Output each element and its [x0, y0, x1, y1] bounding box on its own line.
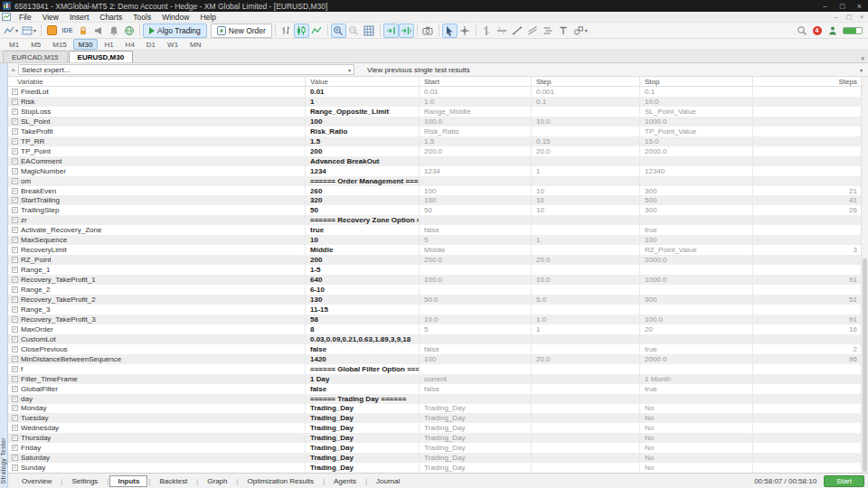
menu-view[interactable]: View	[37, 12, 64, 23]
table-row[interactable]: TrailingStep50501030026	[8, 205, 861, 215]
col-value[interactable]: Value	[305, 77, 419, 86]
row-checkbox[interactable]	[12, 247, 18, 253]
table-row[interactable]: RecoveryLimitMiddleMiddleRZ_Point_Value3	[8, 245, 861, 255]
table-row[interactable]: RZ_Point200200.020.02000.0	[8, 255, 861, 265]
row-checkbox[interactable]	[12, 296, 18, 303]
row-checkbox[interactable]	[12, 445, 18, 451]
row-checkbox[interactable]	[12, 455, 18, 461]
timeframe-mn[interactable]: MN	[184, 39, 206, 50]
timeframe-d1[interactable]: D1	[141, 39, 161, 50]
row-checkbox[interactable]	[12, 108, 18, 115]
row-checkbox[interactable]	[12, 207, 18, 213]
algo-trading-button[interactable]: Algo Trading	[143, 23, 207, 38]
minimize-icon[interactable]	[816, 2, 834, 10]
row-checkbox[interactable]	[12, 465, 18, 471]
table-row[interactable]: zr====== Recovery Zone Option ======	[8, 215, 861, 225]
child-minimize-icon[interactable]	[830, 14, 843, 20]
timeframe-h4[interactable]: H4	[120, 39, 140, 50]
row-checkbox[interactable]	[12, 138, 18, 145]
close-icon[interactable]	[851, 2, 868, 11]
fibonacci-button[interactable]	[541, 23, 556, 38]
chart-tab-eurcad-m15[interactable]: EURCAD,M15	[3, 51, 68, 62]
metaeditor-button[interactable]: IDE	[60, 23, 75, 38]
table-row[interactable]: day====== Trading Day ======	[8, 394, 861, 404]
row-checkbox[interactable]	[12, 356, 18, 362]
row-checkbox[interactable]	[12, 188, 18, 194]
mql5-button[interactable]	[44, 23, 60, 38]
table-row[interactable]: SundayTrading_DayTrading_DayNo	[8, 463, 861, 473]
chart-tab-eurusd-m30[interactable]: EURUSD,M30	[69, 51, 134, 62]
timeframe-w1[interactable]: W1	[162, 39, 184, 50]
table-row[interactable]: TuesdayTrading_DayTrading_DayNo	[8, 413, 861, 423]
text-button[interactable]	[556, 23, 571, 38]
timeframe-m15[interactable]: M15	[47, 39, 72, 50]
trendline-button[interactable]	[510, 23, 525, 38]
col-variable[interactable]: Variable	[8, 77, 305, 86]
table-row[interactable]: MinDistanceBetweenSequence142010020.0200…	[8, 354, 861, 364]
results-dropdown-icon[interactable]	[854, 66, 868, 74]
table-row[interactable]: ThursdayTrading_DayTrading_DayNo	[8, 433, 861, 443]
row-checkbox[interactable]	[12, 306, 18, 313]
bars-button[interactable]	[278, 23, 294, 38]
table-row[interactable]: MaxSequence1051100	[8, 235, 861, 245]
alerts-button[interactable]	[106, 23, 121, 38]
tester-tab-overview[interactable]: Overview	[14, 475, 60, 487]
table-row[interactable]: Activate_Recovery_Zonetruefalsetrue	[8, 225, 861, 235]
table-row[interactable]: FridayTrading_DayTrading_DayNo	[8, 443, 861, 453]
table-row[interactable]: SaturdayTrading_DayTrading_DayNo	[8, 453, 861, 463]
row-checkbox[interactable]	[12, 148, 18, 155]
table-row[interactable]: TakeProfitRisk_RatioRisk_RatioTP_Point_V…	[8, 127, 861, 136]
table-row[interactable]: MagicNumber12341234112340	[8, 166, 861, 176]
row-checkbox[interactable]	[12, 435, 18, 441]
menu-insert[interactable]: Insert	[64, 12, 94, 23]
row-checkbox[interactable]	[12, 257, 18, 263]
table-row[interactable]: f====== Global Filter Option ======	[8, 364, 861, 374]
table-row[interactable]: CustomLot0.03,0.09,0.21,0.63,1.89,3,9,18	[8, 334, 861, 344]
line-chart-button[interactable]	[309, 23, 325, 38]
notifications-button[interactable]: 4	[809, 23, 825, 38]
row-checkbox[interactable]	[12, 316, 18, 323]
col-stop[interactable]: Stop	[639, 77, 752, 86]
crosshair-button[interactable]	[458, 23, 473, 38]
table-row[interactable]: MondayTrading_DayTrading_DayNo	[8, 404, 861, 414]
tester-side-tab[interactable]: Strategy Tester	[0, 63, 8, 488]
row-checkbox[interactable]	[12, 237, 18, 243]
lock-button[interactable]	[75, 23, 90, 38]
search-button[interactable]	[794, 23, 809, 38]
row-checkbox[interactable]	[12, 286, 18, 293]
child-restore-icon[interactable]	[843, 14, 855, 21]
screenshot-button[interactable]	[420, 23, 436, 38]
tester-tab-journal[interactable]: Journal	[368, 475, 408, 487]
menu-help[interactable]: Help	[194, 12, 221, 23]
channel-button[interactable]	[525, 23, 541, 38]
timeframe-m5[interactable]: M5	[25, 39, 46, 50]
col-step[interactable]: Step	[531, 77, 639, 86]
auto-scroll-button[interactable]	[383, 23, 399, 38]
table-row[interactable]: om====== Order Management ======	[8, 176, 861, 186]
row-checkbox[interactable]	[12, 366, 18, 372]
row-checkbox[interactable]	[12, 277, 18, 283]
account-button[interactable]	[825, 23, 840, 38]
row-checkbox[interactable]	[12, 415, 18, 421]
horizontal-line-button[interactable]	[495, 23, 510, 38]
row-checkbox[interactable]	[12, 158, 18, 164]
tab-list-dropdown-icon[interactable]	[857, 55, 868, 62]
row-checkbox[interactable]	[12, 346, 18, 352]
tile-windows-button[interactable]	[362, 23, 377, 38]
table-row[interactable]: Recovery_TakeProfit_35810.01.0100.091	[8, 314, 861, 324]
cursor-button[interactable]	[442, 23, 458, 38]
zoom-in-button[interactable]	[331, 23, 346, 38]
row-checkbox[interactable]	[12, 118, 18, 125]
row-checkbox[interactable]	[12, 227, 18, 233]
row-checkbox[interactable]	[12, 217, 18, 223]
tester-tab-settings[interactable]: Settings	[63, 475, 106, 487]
timeframe-m30[interactable]: M30	[73, 39, 99, 50]
row-checkbox[interactable]	[12, 178, 18, 184]
candles-button[interactable]	[294, 23, 309, 38]
row-checkbox[interactable]	[12, 386, 18, 392]
menu-file[interactable]: File	[14, 12, 37, 23]
table-row[interactable]: BreakEven2601001030021	[8, 186, 861, 196]
tester-tab-graph[interactable]: Graph	[199, 475, 235, 487]
table-row[interactable]: StopLossRange_Opposite_LimitRange_Middle…	[8, 107, 861, 117]
start-button[interactable]: Start	[824, 475, 864, 487]
